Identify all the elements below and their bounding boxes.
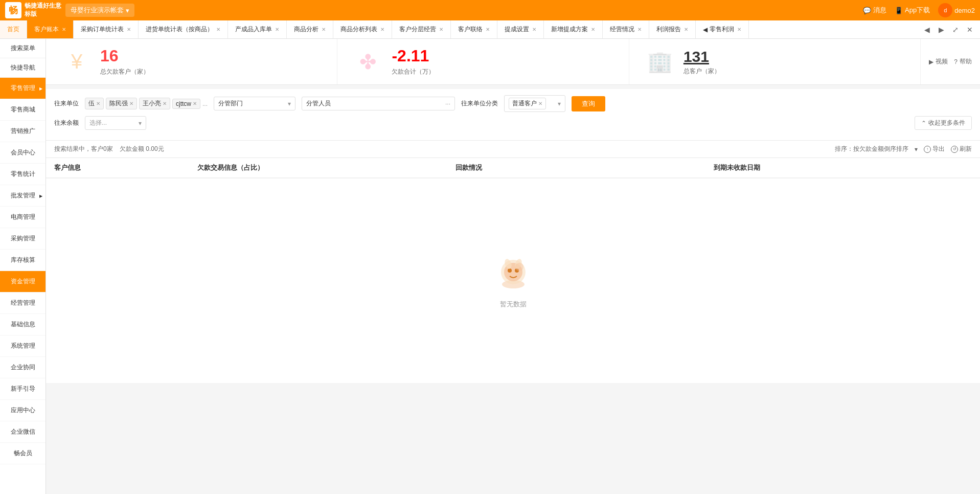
- tab-purchase-order-stats[interactable]: 采购订单统计表 ✕: [74, 20, 139, 39]
- stat-total-customers: ¥ 16 总欠款客户（家）: [46, 39, 337, 84]
- col-due-date: 到期未收款日期: [714, 163, 972, 172]
- sidebar-item-retail-management[interactable]: 零售管理 ▶: [0, 78, 45, 99]
- close-icon[interactable]: ✕: [439, 27, 443, 32]
- close-icon[interactable]: ✕: [62, 27, 66, 32]
- tab-goods-analysis-list[interactable]: 商品分析列表 ✕: [333, 20, 392, 39]
- unit-tag-0[interactable]: 伍 ✕: [85, 98, 104, 109]
- sidebar-item-wholesale-management[interactable]: 批发管理 ▶: [0, 185, 45, 207]
- top-bar-right: 💬 消息 📱 App下载 d demo2: [863, 3, 975, 17]
- close-icon[interactable]: ✕: [380, 27, 384, 32]
- collapse-button[interactable]: ⌃ 收起更多条件: [915, 116, 972, 130]
- svg-point-3: [508, 268, 512, 273]
- sidebar-item-operations-management[interactable]: 经营管理: [0, 293, 45, 314]
- chevron-down-icon: ▾: [139, 120, 142, 127]
- tab-customer-contact[interactable]: 客户联络 ✕: [451, 20, 497, 39]
- category-select[interactable]: 普通客户 ✕ ▾: [504, 95, 565, 112]
- tab-home[interactable]: 首页: [0, 20, 27, 39]
- tab-retail-profit[interactable]: ◀ 零售利润 ✕: [696, 20, 749, 39]
- filter-area: 往来单位 伍 ✕ 陈民强 ✕ 王小亮 ✕ cjttcw: [46, 89, 980, 141]
- sidebar-item-purchase[interactable]: 采购管理: [0, 228, 45, 250]
- sidebar-item-retail-stats[interactable]: 零售统计: [0, 164, 45, 185]
- help-button[interactable]: ? 帮助: [954, 57, 972, 66]
- tab-customer-tier[interactable]: 客户分层经营 ✕: [392, 20, 451, 39]
- logo-text: 畅捷通好生意 标版: [25, 2, 61, 18]
- chevron-down-icon: ▾: [126, 7, 129, 14]
- nav-tabs: 首页 客户账本 ✕ 采购订单统计表 ✕ 进货单统计表（按商品） ✕ 产成品入库单…: [0, 20, 980, 39]
- tab-profit-report[interactable]: 利润报告 ✕: [649, 20, 696, 39]
- filter-row-2: 往来余额 选择... ▾ ⌃ 收起更多条件: [54, 116, 972, 130]
- close-icon[interactable]: ✕: [637, 27, 642, 32]
- results-text: 搜索结果中，客户0家 欠款金额 0.00元: [54, 145, 164, 153]
- more-tags-button[interactable]: ...: [202, 100, 208, 107]
- remove-tag-icon[interactable]: ✕: [129, 101, 133, 106]
- sidebar-item-enterprise-collab[interactable]: 企业协同: [0, 357, 45, 378]
- refresh-icon: ↺: [951, 146, 958, 153]
- empty-state: 暂无数据: [493, 222, 534, 340]
- tab-produced-goods[interactable]: 产成品入库单 ✕: [228, 20, 287, 39]
- close-icon[interactable]: ✕: [127, 27, 131, 32]
- close-icon[interactable]: ✕: [591, 27, 595, 32]
- stat-label-2: 欠款合计（万）: [392, 68, 435, 76]
- sidebar-item-ecommerce[interactable]: 电商管理: [0, 207, 45, 228]
- remove-tag-icon[interactable]: ✕: [163, 101, 167, 106]
- expand-icon: ▶: [39, 193, 42, 198]
- remove-category-icon[interactable]: ✕: [538, 101, 542, 106]
- unit-tag-2[interactable]: 王小亮 ✕: [139, 98, 170, 109]
- close-icon[interactable]: ✕: [486, 27, 490, 32]
- dept-select[interactable]: 分管部门 ▾: [214, 97, 295, 110]
- sidebar-item-system[interactable]: 系统管理: [0, 335, 45, 357]
- download-icon: 📱: [895, 7, 903, 14]
- nav-expand-button[interactable]: ⤢: [949, 24, 962, 36]
- app-download-button[interactable]: 📱 App下载: [895, 6, 930, 15]
- tab-customer-ledger[interactable]: 客户账本 ✕: [27, 20, 74, 39]
- remain-select[interactable]: 选择... ▾: [85, 116, 146, 130]
- sidebar-item-inventory[interactable]: 库存核算: [0, 250, 45, 271]
- person-select[interactable]: 分管人员 ···: [302, 97, 455, 110]
- col-customer-info: 客户信息: [54, 163, 197, 172]
- category-label: 往来单位分类: [461, 99, 498, 108]
- empty-text: 暂无数据: [500, 300, 527, 309]
- sidebar-search-menu[interactable]: 搜索菜单: [0, 39, 45, 58]
- nav-next-button[interactable]: ▶: [935, 24, 947, 36]
- close-icon[interactable]: ✕: [532, 27, 536, 32]
- tab-operations[interactable]: 经营情况 ✕: [603, 20, 649, 39]
- close-icon[interactable]: ✕: [322, 27, 326, 32]
- sidebar-item-app-center[interactable]: 应用中心: [0, 400, 45, 421]
- video-button[interactable]: ▶ 视频: [929, 57, 948, 66]
- close-icon[interactable]: ✕: [275, 27, 279, 32]
- sidebar-item-member-app[interactable]: 畅会员: [0, 443, 45, 464]
- sidebar-quick-nav[interactable]: 快捷导航: [0, 58, 45, 78]
- tab-add-commission[interactable]: 新增提成方案 ✕: [544, 20, 603, 39]
- close-icon[interactable]: ✕: [684, 27, 688, 32]
- message-button[interactable]: 💬 消息: [863, 6, 886, 15]
- sidebar-item-basic-info[interactable]: 基础信息: [0, 314, 45, 335]
- unit-tag-1[interactable]: 陈民强 ✕: [106, 98, 137, 109]
- export-button[interactable]: ↑ 导出: [924, 145, 945, 153]
- empty-icon: [493, 253, 534, 294]
- tab-goods-stats[interactable]: 进货单统计表（按商品） ✕: [139, 20, 228, 39]
- account-selector[interactable]: 母婴行业演示帐套 ▾: [65, 4, 134, 17]
- user-avatar[interactable]: d demo2: [938, 3, 975, 17]
- results-bar: 搜索结果中，客户0家 欠款金额 0.00元 排序：按欠款金额倒序排序 ▾ ↑ 导…: [46, 141, 980, 158]
- category-tag[interactable]: 普通客户 ✕: [509, 98, 546, 109]
- remove-tag-icon[interactable]: ✕: [193, 101, 197, 106]
- tab-commission-settings[interactable]: 提成设置 ✕: [497, 20, 544, 39]
- sidebar-item-new-guide[interactable]: 新手引导: [0, 378, 45, 400]
- tab-goods-analysis[interactable]: 商品分析 ✕: [287, 20, 333, 39]
- unit-tags: 伍 ✕ 陈民强 ✕ 王小亮 ✕ cjttcw ✕ ...: [85, 98, 208, 109]
- nav-prev-button[interactable]: ◀: [921, 24, 933, 36]
- sidebar-item-retail-mall[interactable]: 零售商城: [0, 99, 45, 121]
- sidebar-item-enterprise-wechat[interactable]: 企业微信: [0, 421, 45, 443]
- chevron-down-icon: ▾: [288, 100, 291, 107]
- refresh-button[interactable]: ↺ 刷新: [951, 145, 972, 153]
- remove-tag-icon[interactable]: ✕: [96, 101, 100, 106]
- close-icon[interactable]: ✕: [737, 27, 741, 32]
- sidebar-item-marketing[interactable]: 营销推广: [0, 121, 45, 142]
- close-icon[interactable]: ✕: [216, 27, 220, 32]
- unit-tag-3[interactable]: cjttcw ✕: [172, 99, 200, 109]
- nav-close-all-button[interactable]: ✕: [964, 24, 976, 36]
- chevron-down-icon: ▾: [558, 100, 561, 107]
- sidebar-item-finance[interactable]: 资金管理: [0, 271, 45, 293]
- query-button[interactable]: 查询: [572, 96, 605, 111]
- sidebar-item-member-center[interactable]: 会员中心: [0, 142, 45, 164]
